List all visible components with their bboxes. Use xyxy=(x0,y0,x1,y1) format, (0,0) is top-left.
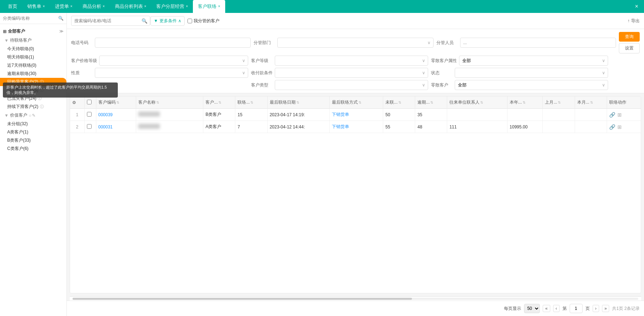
filter-status: 状态 ∨ xyxy=(431,68,608,78)
customer-type-select[interactable] xyxy=(275,80,428,90)
col-type[interactable]: 客户... ⇅ xyxy=(203,96,235,109)
row-1-checkbox-cell xyxy=(84,109,96,121)
settings-icon[interactable]: ⚙ xyxy=(72,100,76,105)
sidebar-item-today-pending[interactable]: 今天待联络(0) xyxy=(0,45,66,53)
nav-purchase[interactable]: 进货单 × xyxy=(50,0,78,13)
more-conditions-button[interactable]: ▼ 更多条件 ∧ xyxy=(150,16,185,26)
sidebar-search-input[interactable] xyxy=(3,16,57,21)
all-customers-header[interactable]: ⊞ 全部客户 ≫ xyxy=(0,27,66,36)
prev-page-button[interactable]: ‹ xyxy=(553,305,560,312)
manager-input[interactable] xyxy=(460,38,616,48)
close-sales-tab[interactable]: × xyxy=(43,0,45,13)
col-overdue[interactable]: 逾期... ⇅ xyxy=(415,96,447,109)
row-2-code[interactable]: 000031 xyxy=(96,121,136,133)
select-all-checkbox[interactable] xyxy=(87,100,92,104)
horizontal-scrollbar[interactable] xyxy=(70,296,641,301)
nav-customer-tier[interactable]: 客户分层经营 × xyxy=(151,0,193,13)
nav-product-analysis[interactable]: 商品分析 × xyxy=(78,0,110,13)
query-button[interactable]: 查询 xyxy=(619,32,640,42)
row-1-link-icon[interactable]: 🔗 xyxy=(609,112,615,118)
sidebar-item-class-c[interactable]: C类客户(6) xyxy=(0,145,66,153)
sidebar-item-churned[interactable]: 已流失客户(24) ⓘ xyxy=(0,94,66,103)
my-customers-checkbox[interactable] xyxy=(187,19,192,23)
row-2-grid-icon[interactable]: ⊞ xyxy=(617,124,622,130)
sidebar-item-churn-warning[interactable]: 流失预警客户(3) ⓘ xyxy=(0,86,66,94)
col-this-month[interactable]: 本月... ⇅ xyxy=(575,96,607,109)
row-2-last-way[interactable]: 下销货单 xyxy=(330,121,383,133)
close-customer-tier-tab[interactable]: × xyxy=(186,0,188,13)
close-product-analysis-tab[interactable]: × xyxy=(103,0,105,13)
col-last-way[interactable]: 最后联络方式 ⇅ xyxy=(330,96,383,109)
pending-group-header[interactable]: ▼ 待联络客户 xyxy=(0,36,66,45)
sidebar-item-class-a[interactable]: A类客户(1) xyxy=(0,128,66,136)
row-2-link-icon[interactable]: 🔗 xyxy=(609,124,615,130)
nav-product-analysis-list[interactable]: 商品分析列表 × xyxy=(110,0,152,13)
row-2-last-way-link[interactable]: 下销货单 xyxy=(332,124,349,129)
payment-select[interactable] xyxy=(275,68,428,78)
row-1-grid-icon[interactable]: ⊞ xyxy=(617,112,622,118)
main-search-button[interactable]: 🔍 xyxy=(142,18,148,24)
col-name-label: 客户名称 xyxy=(138,99,156,105)
col-last-month[interactable]: 上月... ⇅ xyxy=(543,96,575,109)
row-1-last-way-link[interactable]: 下销货单 xyxy=(332,112,349,117)
col-contact[interactable]: 联络... ⇅ xyxy=(235,96,267,109)
page-number-input[interactable] xyxy=(570,304,583,313)
value-group-edit-icon[interactable]: ○ xyxy=(29,113,31,118)
close-purchase-tab[interactable]: × xyxy=(70,0,73,13)
sidebar-item-tomorrow-pending[interactable]: 明天待联络(1) xyxy=(0,53,66,61)
customer-table: ⚙ 客户编码 ⇅ xyxy=(70,96,641,133)
row-2-last-month xyxy=(543,121,575,133)
col-code[interactable]: 客户编码 ⇅ xyxy=(96,96,136,109)
scatter-customer-select[interactable]: 全部 xyxy=(455,80,608,90)
sidebar-item-declining[interactable]: 持续下滑客户(2) ⓘ xyxy=(0,103,66,111)
scatter-attr-select[interactable]: 全部 xyxy=(459,56,608,66)
row-1-checkbox[interactable] xyxy=(87,112,92,117)
per-page-select[interactable]: 50 xyxy=(524,304,540,313)
col-not-contact[interactable]: 未联... ⇅ xyxy=(383,96,415,109)
price-level-select[interactable] xyxy=(99,56,248,66)
nav-customer-contact[interactable]: 客户联络 × xyxy=(193,0,225,13)
sort-last-way-icon: ⇅ xyxy=(358,100,361,104)
filter-price-level: 客户价格等级 ∨ xyxy=(71,56,248,66)
misc-dots[interactable]: ··· xyxy=(71,82,79,88)
col-unit-contact[interactable]: 往来单位联系人 ⇅ xyxy=(447,96,507,109)
value-group-header[interactable]: ▼ 价值客户 ○ ✎ xyxy=(0,111,66,120)
sidebar-item-overdue-pending[interactable]: 逾期未联络(30) xyxy=(0,70,66,78)
next-page-button[interactable]: › xyxy=(593,305,599,312)
filter-customer-type: 客户类型 ∨ xyxy=(251,80,428,90)
last-page-button[interactable]: » xyxy=(602,305,610,312)
scrollbar-track[interactable] xyxy=(73,298,638,300)
col-this-year[interactable]: 本年... ⇅ xyxy=(507,96,543,109)
first-page-button[interactable]: « xyxy=(543,305,550,312)
settings-button[interactable]: 设置 xyxy=(619,43,640,53)
close-customer-contact-tab[interactable]: × xyxy=(218,0,220,13)
main-search-input[interactable] xyxy=(71,16,150,26)
sidebar-item-7days-pending[interactable]: 近7天待联络(0) xyxy=(0,61,66,70)
export-button[interactable]: ↑ 导出 xyxy=(627,18,640,24)
sidebar-item-class-b[interactable]: B类客户(33) xyxy=(0,136,66,145)
my-customers-checkbox-label[interactable]: 我分管的客户 xyxy=(187,18,219,24)
col-name[interactable]: 客户名称 ⇅ xyxy=(136,96,203,109)
col-code-label: 客户编码 xyxy=(98,99,116,105)
status-select[interactable] xyxy=(455,68,608,78)
value-group-settings-icon[interactable]: ✎ xyxy=(32,113,36,118)
row-2-last-date: 2023-04-12 14:44: xyxy=(267,121,330,133)
sidebar-item-repurchase-abnormal[interactable]: 回购异常客户(2) ⓘ xyxy=(0,78,66,86)
sidebar-search-icon[interactable]: 🔍 xyxy=(58,16,64,21)
sidebar-item-ungrouped[interactable]: 未分组(32) xyxy=(0,120,66,128)
phone-input[interactable] xyxy=(95,38,251,48)
row-1-code[interactable]: 000039 xyxy=(96,109,136,121)
scrollbar-thumb[interactable] xyxy=(73,298,412,300)
dept-select[interactable] xyxy=(277,38,433,48)
col-last-date[interactable]: 最后联络日期 ⇅ xyxy=(267,96,330,109)
value-group-arrow: ▼ xyxy=(4,113,9,118)
customer-level-select[interactable] xyxy=(275,56,428,66)
row-1-last-way[interactable]: 下销货单 xyxy=(330,109,383,121)
row-2-checkbox[interactable] xyxy=(87,124,92,129)
nature-select[interactable] xyxy=(95,68,248,78)
nav-home[interactable]: 首页 xyxy=(3,0,22,13)
close-product-analysis-list-tab[interactable]: × xyxy=(144,0,147,13)
nav-sales[interactable]: 销售单 × xyxy=(22,0,50,13)
window-close-button[interactable]: × xyxy=(632,3,641,10)
collapse-all-customers[interactable]: ≫ xyxy=(59,29,64,34)
